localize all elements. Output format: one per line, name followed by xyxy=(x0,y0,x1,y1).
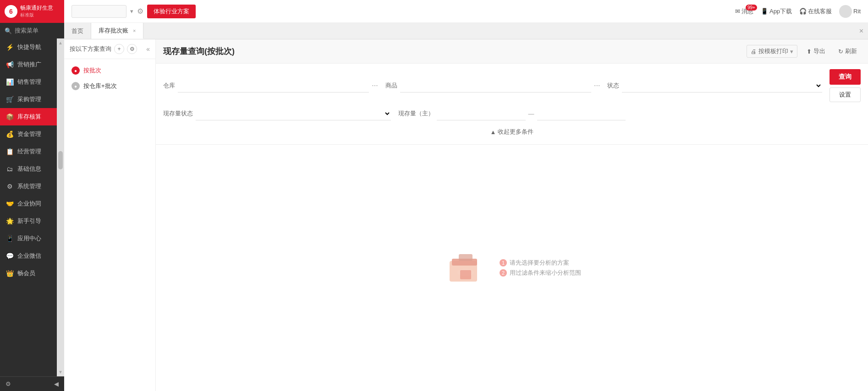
scheme-item-icon-red: ● xyxy=(71,66,80,75)
nav-icon-marketing: 📢 xyxy=(5,60,14,69)
sidebar-scrollbar: ▲ ▼ xyxy=(57,38,64,376)
scroll-down-btn[interactable]: ▼ xyxy=(56,368,64,376)
nav-label-basic: 基础信息 xyxy=(17,165,41,173)
sidebar-footer: ⚙ ◀ xyxy=(0,376,64,391)
panel-close-icon: × xyxy=(859,27,863,35)
query-btn[interactable]: 查询 xyxy=(830,69,861,85)
nav-label-wechat: 企业微信 xyxy=(17,252,41,260)
brand-name: 畅康通好生意 xyxy=(20,5,53,12)
sidebar: 6 畅康通好生意 标准版 🔍 搜索菜单 ⚡ 快捷导航 📢 营销推广 📊 销售管理… xyxy=(0,0,64,391)
scroll-up-btn[interactable]: ▲ xyxy=(56,38,64,47)
nav-label-inventory: 库存核算 xyxy=(17,113,41,121)
sidebar-item-sales[interactable]: 📊 销售管理 xyxy=(0,73,57,91)
status-select[interactable] xyxy=(622,79,822,92)
export-btn[interactable]: ⬆ 导出 xyxy=(803,45,829,57)
page-title: 现存量查询(按批次) xyxy=(163,46,747,57)
nav-icon-wechat: 💬 xyxy=(5,252,14,260)
stock-qty-filter: 现存量（主） — xyxy=(398,107,626,120)
nav-icon-finance: 💰 xyxy=(5,130,14,138)
sidebar-item-quick-nav[interactable]: ⚡ 快捷导航 xyxy=(0,38,57,56)
sidebar-item-system[interactable]: ⚙ 系统管理 xyxy=(0,178,57,195)
range-dash: — xyxy=(528,110,534,117)
topbar-search-input[interactable] xyxy=(71,5,126,18)
phone-icon: 📱 xyxy=(761,8,768,15)
sidebar-item-operation[interactable]: 📋 经营管理 xyxy=(0,143,57,160)
stock-qty-max-input[interactable] xyxy=(537,107,626,120)
sidebar-item-members[interactable]: 👑 畅会员 xyxy=(0,265,57,282)
refresh-label: 刷新 xyxy=(845,47,857,55)
settings-icon[interactable]: ⚙ xyxy=(5,380,11,387)
print-chevron-icon[interactable]: ▾ xyxy=(790,48,793,55)
main-area: ▾ ⚙ 体验行业方案 ✉ 消息 99+ 📱 App下载 🎧 在线客服 Rit xyxy=(64,0,868,391)
scheme-item-by-warehouse-batch[interactable]: ● 按仓库+批次 xyxy=(64,78,155,94)
collapse-panel-btn[interactable]: « xyxy=(146,45,150,53)
sidebar-item-purchase[interactable]: 🛒 采购管理 xyxy=(0,91,57,108)
gear-icon: ⚙ xyxy=(130,46,135,52)
sidebar-search[interactable]: 🔍 搜索菜单 xyxy=(0,23,64,38)
add-icon: + xyxy=(117,46,121,52)
collapse-sidebar-icon[interactable]: ◀ xyxy=(54,380,59,387)
print-btn[interactable]: 🖨 按模板打印 ▾ xyxy=(747,45,797,58)
close-panel-btn[interactable]: × xyxy=(855,23,868,39)
filter-row-2: 现存量状态 现存量（主） — xyxy=(163,107,861,120)
status-label: 状态 xyxy=(607,81,619,90)
chevron-up-icon: ▲ xyxy=(490,129,496,136)
sidebar-item-finance[interactable]: 💰 资金管理 xyxy=(0,125,57,143)
online-service-label: 在线客服 xyxy=(808,7,832,16)
nav-icon-system: ⚙ xyxy=(5,182,14,190)
settings-btn[interactable]: 设置 xyxy=(830,87,861,102)
content-area: 按以下方案查询 + ⚙ « ● 按批次 ● 按仓库+批次 xyxy=(64,39,868,391)
warehouse-dots-icon[interactable]: ··· xyxy=(372,81,378,90)
product-dots-icon[interactable]: ··· xyxy=(594,81,600,90)
topbar-gear-icon[interactable]: ⚙ xyxy=(137,7,143,16)
tab-close-icon[interactable]: × xyxy=(133,28,136,33)
tab-inventory-batch[interactable]: 库存批次账 × xyxy=(91,23,143,39)
stock-status-select[interactable] xyxy=(196,107,391,120)
empty-illustration xyxy=(443,245,489,291)
message-btn[interactable]: ✉ 消息 99+ xyxy=(735,7,753,16)
trial-btn[interactable]: 体验行业方案 xyxy=(147,5,196,18)
sidebar-header: 6 畅康通好生意 标准版 xyxy=(0,0,64,23)
empty-state: 1 请先选择要分析的方案 2 用过滤条件来缩小分析范围 xyxy=(156,145,868,391)
refresh-btn[interactable]: ↻ 刷新 xyxy=(835,45,861,57)
product-filter: 商品 ··· xyxy=(385,79,600,92)
sidebar-item-inventory[interactable]: 📦 库存核算 xyxy=(0,108,57,125)
print-icon: 🖨 xyxy=(751,48,757,55)
nav-label-marketing: 营销推广 xyxy=(17,60,41,69)
left-panel-header: 按以下方案查询 + ⚙ « xyxy=(64,39,155,59)
topbar: ▾ ⚙ 体验行业方案 ✉ 消息 99+ 📱 App下载 🎧 在线客服 Rit xyxy=(64,0,868,23)
collapse-more-btn[interactable]: ▲ 收起更多条件 xyxy=(163,125,861,139)
nav-label-appstore: 应用中心 xyxy=(17,234,41,243)
scheme-item-by-batch[interactable]: ● 按批次 xyxy=(64,63,155,78)
sidebar-item-basic[interactable]: 🗂 基础信息 xyxy=(0,160,57,178)
sidebar-item-appstore[interactable]: 📱 应用中心 xyxy=(0,230,57,247)
user-profile[interactable]: Rit xyxy=(839,5,861,18)
warehouse-filter: 仓库 ··· xyxy=(163,79,378,92)
message-badge: 99+ xyxy=(746,5,757,11)
sidebar-item-newbie[interactable]: 🌟 新手引导 xyxy=(0,212,57,230)
nav-label-operation: 经营管理 xyxy=(17,147,41,156)
product-input[interactable] xyxy=(400,79,591,92)
filter-row-1: 仓库 ··· 商品 ··· 状态 xyxy=(163,69,861,102)
user-name: Rit xyxy=(853,8,861,15)
warehouse-input[interactable] xyxy=(178,79,369,92)
scheme-settings-btn[interactable]: ⚙ xyxy=(127,44,137,54)
app-download-btn[interactable]: 📱 App下载 xyxy=(761,7,792,16)
add-scheme-btn[interactable]: + xyxy=(114,44,124,54)
nav-label-members: 畅会员 xyxy=(17,269,35,277)
sidebar-item-marketing[interactable]: 📢 营销推广 xyxy=(0,56,57,73)
stock-qty-min-input[interactable] xyxy=(437,107,526,120)
step-2-icon: 2 xyxy=(500,269,507,277)
sidebar-item-wechat[interactable]: 💬 企业微信 xyxy=(0,247,57,265)
sidebar-item-enterprise[interactable]: 🤝 企业协同 xyxy=(0,195,57,212)
topbar-chevron-icon[interactable]: ▾ xyxy=(130,8,133,15)
nav-label-finance: 资金管理 xyxy=(17,130,41,138)
svg-rect-2 xyxy=(459,254,472,261)
nav-icon-appstore: 📱 xyxy=(5,234,14,243)
online-service-btn[interactable]: 🎧 在线客服 xyxy=(799,7,832,16)
empty-text: 1 请先选择要分析的方案 2 用过滤条件来缩小分析范围 xyxy=(500,257,581,279)
refresh-icon: ↻ xyxy=(838,48,843,55)
tab-inventory-batch-label: 库存批次账 xyxy=(99,27,128,35)
scroll-thumb xyxy=(58,151,63,169)
tab-home[interactable]: 首页 xyxy=(64,23,91,39)
